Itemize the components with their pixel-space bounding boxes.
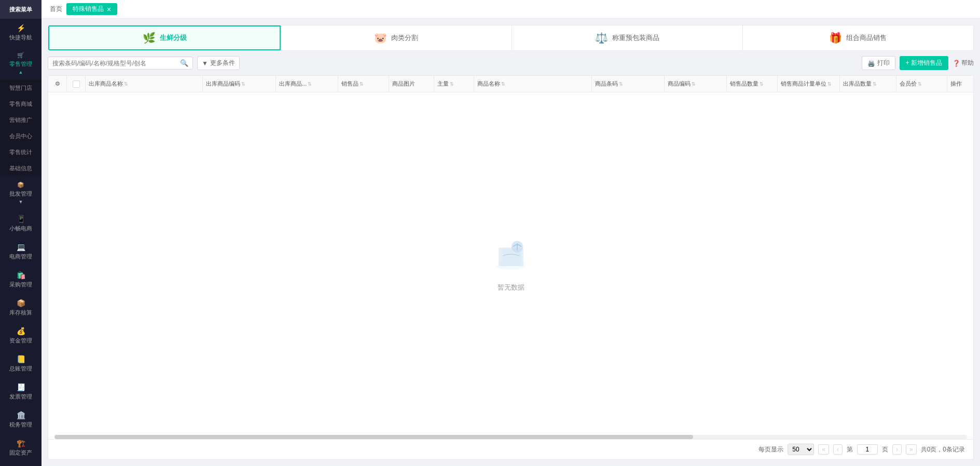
search-input[interactable] — [52, 60, 178, 67]
last-page-button[interactable]: » — [906, 444, 917, 455]
tab-combo-sale[interactable]: 🎁 组合商品销售 — [743, 25, 973, 50]
tab-close-icon[interactable]: × — [107, 6, 111, 13]
th-sale-qty-label: 销售品数量 — [730, 80, 758, 88]
help-icon: ❓ — [953, 60, 960, 67]
sidebar-item-quick-nav[interactable]: ⚡ 快捷导航 — [0, 19, 42, 47]
sort-icon: ⇅ — [918, 81, 922, 87]
th-goods-barcode[interactable]: 商品条码 ⇅ — [592, 76, 665, 92]
new-sale-item-button[interactable]: + 新增销售品 — [900, 56, 948, 70]
filter-label: 更多条件 — [210, 59, 235, 67]
finance-label: 资金管理 — [9, 337, 32, 345]
ledger-icon: 📒 — [17, 355, 25, 363]
sidebar-item-basic-info[interactable]: 基础信息 — [0, 160, 42, 176]
sidebar-item-finance-mgmt[interactable]: 💰 资金管理 — [0, 322, 42, 350]
collapse-arrow-icon: ▼ — [19, 199, 23, 204]
tab-fresh-grade[interactable]: 🌿 生鲜分级 — [48, 25, 281, 50]
sidebar-item-inventory[interactable]: 📦 库存核算 — [0, 294, 42, 322]
sidebar-item-salary[interactable]: 💵 工资 — [0, 462, 42, 466]
wholesale-label: 批发管理 — [9, 190, 32, 198]
sidebar-item-invoice-mgmt[interactable]: 🧾 发票管理 — [0, 378, 42, 406]
th-out-goods-spec[interactable]: 出库商品... ⇅ — [276, 76, 338, 92]
first-page-button[interactable]: « — [818, 444, 829, 455]
active-tab-label: 特殊销售品 — [73, 5, 104, 13]
th-action: 操作 — [947, 76, 973, 92]
page-number-input[interactable] — [857, 444, 878, 455]
scrollbar-thumb[interactable] — [54, 435, 693, 439]
th-out-qty-label: 出库品数量 — [843, 80, 872, 88]
th-settings[interactable]: ⚙ — [48, 76, 67, 92]
th-goods-code[interactable]: 商品编码 ⇅ — [665, 76, 727, 92]
th-goods-image[interactable]: 商品图片 — [389, 76, 435, 92]
total-info: 共0页，0条记录 — [921, 445, 965, 454]
ecom-icon: 💻 — [17, 243, 25, 251]
tax-icon: 🏛️ — [17, 411, 25, 419]
fresh-grade-icon: 🌿 — [143, 32, 156, 44]
th-weight-label: 主量 — [437, 80, 449, 88]
th-goods-name[interactable]: 商品名称 ⇅ — [474, 76, 591, 92]
th-weight[interactable]: 主量 ⇅ — [434, 76, 474, 92]
th-goods-code-label: 商品编码 — [668, 80, 691, 88]
inventory-label: 库存核算 — [9, 309, 32, 317]
sort-icon: ⇅ — [873, 81, 877, 87]
tab-meat-split-label: 肉类分割 — [391, 33, 418, 43]
tab-fresh-grade-label: 生鲜分级 — [160, 33, 187, 43]
next-page-button[interactable]: › — [892, 444, 902, 455]
sidebar-item-member-center[interactable]: 会员中心 — [0, 128, 42, 144]
th-out-goods-name-label: 出库商品名称 — [89, 80, 123, 88]
invoice-label: 发票管理 — [9, 393, 32, 401]
th-sale-unit[interactable]: 销售商品计量单位 ⇅ — [778, 76, 840, 92]
topbar: 首页 特殊销售品 × — [42, 0, 980, 19]
print-button[interactable]: 🖨️ 打印 — [862, 56, 895, 70]
mini-shop-label: 小畅电商 — [9, 225, 32, 232]
th-goods-name-label: 商品名称 — [477, 80, 500, 88]
sidebar-item-mini-shop[interactable]: 📱 小畅电商 — [0, 210, 42, 238]
sidebar-item-fixed-assets[interactable]: 🏗️ 固定资产 — [0, 434, 42, 462]
th-out-goods-code[interactable]: 出库商品编码 ⇅ — [203, 76, 276, 92]
retail-sub-menu: 智慧门店 零售商城 营销推广 会员中心 零售统计 基础信息 — [0, 80, 42, 176]
sidebar-item-tax-mgmt[interactable]: 🏛️ 税务管理 — [0, 406, 42, 434]
sidebar-item-wholesale-mgmt[interactable]: 📦 批发管理 ▼ — [0, 176, 42, 210]
finance-icon: 💰 — [17, 327, 25, 335]
th-out-qty[interactable]: 出库品数量 ⇅ — [840, 76, 896, 92]
th-out-goods-name[interactable]: 出库商品名称 ⇅ — [86, 76, 203, 92]
sidebar-item-purchase-mgmt[interactable]: 🛍️ 采购管理 — [0, 266, 42, 294]
empty-illustration — [490, 235, 532, 277]
th-member-price[interactable]: 会员价 ⇅ — [896, 76, 947, 92]
tab-meat-split[interactable]: 🐷 肉类分割 — [281, 25, 512, 50]
sort-icon: ⇅ — [241, 81, 245, 87]
sort-icon: ⇅ — [450, 81, 454, 87]
sidebar-item-retail-mgmt[interactable]: 🛒 零售管理 ▲ — [0, 47, 42, 80]
sidebar-item-marketing[interactable]: 营销推广 — [0, 112, 42, 128]
sidebar-item-ecom-mgmt[interactable]: 💻 电商管理 — [0, 238, 42, 266]
weight-pack-icon: ⚖️ — [595, 32, 608, 44]
tab-weight-pack[interactable]: ⚖️ 称重预包装商品 — [512, 25, 743, 50]
content-area: 🌿 生鲜分级 🐷 肉类分割 ⚖️ 称重预包装商品 🎁 组合商品销售 🔍 — [42, 19, 980, 466]
th-checkbox[interactable] — [67, 76, 86, 92]
horizontal-scrollbar[interactable] — [54, 435, 967, 439]
sort-icon: ⇅ — [827, 81, 832, 87]
search-box[interactable]: 🔍 — [48, 57, 193, 70]
sidebar-item-smart-store[interactable]: 智慧门店 — [0, 80, 42, 96]
home-breadcrumb[interactable]: 首页 — [50, 5, 62, 13]
tab-combo-sale-label: 组合商品销售 — [846, 33, 887, 43]
fixed-assets-icon: 🏗️ — [17, 439, 25, 447]
sort-icon: ⇅ — [760, 81, 764, 87]
sidebar-item-retail-stats[interactable]: 零售统计 — [0, 144, 42, 160]
tax-label: 税务管理 — [9, 421, 32, 429]
active-tab[interactable]: 特殊销售品 × — [66, 3, 117, 15]
th-sale-goods[interactable]: 销售品 ⇅ — [338, 76, 389, 92]
feature-tabs: 🌿 生鲜分级 🐷 肉类分割 ⚖️ 称重预包装商品 🎁 组合商品销售 — [48, 25, 974, 51]
purchase-icon: 🛍️ — [17, 271, 25, 279]
select-all-checkbox[interactable] — [73, 80, 80, 88]
sidebar-item-ledger-mgmt[interactable]: 📒 总账管理 — [0, 350, 42, 378]
main-content: 首页 特殊销售品 × 🌿 生鲜分级 🐷 肉类分割 ⚖️ 称重预包装商品 🎁 组合… — [42, 0, 980, 466]
expand-arrow-icon: ▲ — [19, 70, 23, 75]
filter-button[interactable]: ▼ 更多条件 — [197, 56, 240, 70]
sidebar-item-retail-mall[interactable]: 零售商城 — [0, 96, 42, 112]
th-sale-qty[interactable]: 销售品数量 ⇅ — [727, 76, 778, 92]
per-page-select[interactable]: 50 10 20 100 — [788, 444, 814, 455]
sidebar-logo[interactable]: 搜索菜单 — [0, 0, 42, 19]
help-button[interactable]: ❓ 帮助 — [953, 59, 974, 67]
th-out-goods-code-label: 出库商品编码 — [206, 80, 240, 88]
prev-page-button[interactable]: ‹ — [833, 444, 843, 455]
